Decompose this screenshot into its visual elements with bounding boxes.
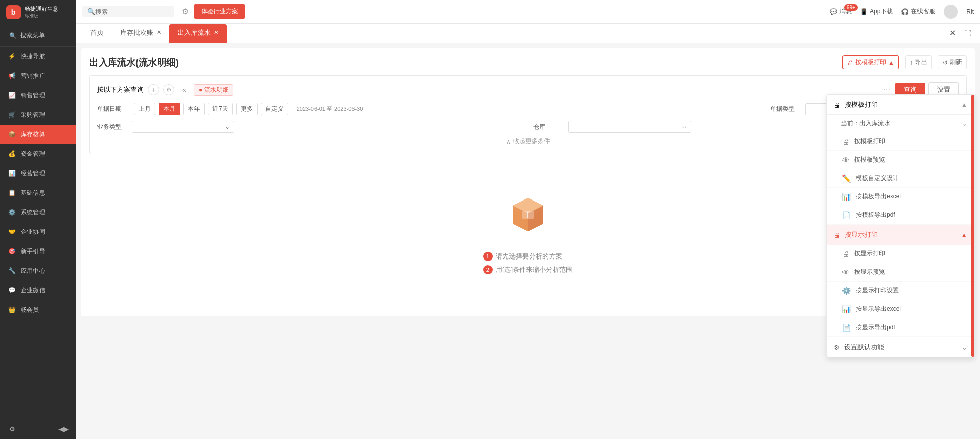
template-pdf-item-label: 按模板导出pdf (856, 211, 895, 220)
default-func-arrow-icon: ⌄ (962, 344, 967, 351)
sidebar-item-operation[interactable]: 📊 经营管理 (0, 164, 76, 183)
sidebar-item-purchase[interactable]: 🛒 采购管理 (0, 105, 76, 125)
template-print-section-header[interactable]: 🖨 按模板打印 ▲ (827, 95, 974, 115)
sidebar-item-basic[interactable]: 📋 基础信息 (0, 183, 76, 203)
date-btn-this-year[interactable]: 本年 (183, 103, 205, 115)
filter-setting-button[interactable]: ⚙ (163, 84, 174, 95)
date-btn-more[interactable]: 更多 (236, 103, 258, 115)
settings-btn[interactable]: ⚙ (7, 424, 17, 434)
default-func-title: ⚙ 设置默认功能 (834, 343, 884, 352)
message-button[interactable]: 💬 消息 99+ (830, 7, 852, 16)
main-content: 🔍 ⚙ 体验行业方案 💬 消息 99+ 📱 App下载 🎧 在线客服 Rit (76, 0, 980, 439)
basic-icon: 📋 (7, 188, 16, 197)
user-avatar[interactable] (944, 5, 958, 19)
sidebar-item-label: 基础信息 (21, 189, 45, 197)
tab-batch-account[interactable]: 库存批次账 ✕ (112, 24, 169, 43)
tab-flow-close[interactable]: ✕ (214, 29, 219, 36)
topbar-search-input[interactable] (95, 8, 157, 15)
page-area: 出入库流水(流水明细) 🖨 按模板打印 ▲ ↑ 导出 ↺ 刷新 (76, 43, 980, 439)
date-btn-last-month[interactable]: 上月 (134, 103, 155, 115)
window-expand-button[interactable]: ⛶ (962, 27, 974, 39)
window-close-button[interactable]: ✕ (946, 27, 958, 39)
industry-solution-button[interactable]: 体验行业方案 (194, 4, 245, 19)
filter-collapse-icon[interactable]: « (179, 84, 190, 95)
sidebar-item-member[interactable]: 👑 畅会员 (0, 300, 76, 320)
search-menu-label: 搜索菜单 (20, 31, 45, 40)
template-print-button[interactable]: 🖨 按模板打印 ▲ (842, 55, 899, 69)
sidebar-item-system[interactable]: ⚙️ 系统管理 (0, 203, 76, 222)
collapse-button[interactable]: ∧ 收起更多条件 (504, 135, 552, 148)
default-func-label: 设置默认功能 (844, 343, 884, 352)
default-func-icon: ⚙ (834, 344, 840, 351)
tab-batch-account-label: 库存批次账 (120, 28, 153, 37)
date-btn-custom[interactable]: 自定义 (261, 103, 288, 115)
dropdown-item-template-pdf[interactable]: 📄 按模板导出pdf (827, 206, 974, 225)
sidebar-item-quick-nav[interactable]: ⚡ 快捷导航 (0, 47, 76, 66)
print-icon: 🖨 (847, 59, 853, 66)
sidebar-item-guide[interactable]: 🎯 新手引导 (0, 242, 76, 261)
display-pdf-item-icon: 📄 (842, 324, 851, 332)
app-download-icon: 📱 (860, 8, 868, 15)
online-service-button[interactable]: 🎧 在线客服 (901, 7, 935, 16)
filter-tag-icon: ● (199, 86, 202, 93)
dropdown-item-template-preview[interactable]: 👁 按模板预览 (827, 151, 974, 169)
export-icon: ↑ (910, 59, 913, 66)
refresh-button[interactable]: ↺ 刷新 (938, 55, 967, 69)
app-center-icon: 🔧 (7, 266, 16, 275)
chevron-up-icon: ∧ (506, 138, 511, 145)
display-print-section-header[interactable]: 🖨 按显示打印 ▲ (827, 225, 974, 245)
current-template-item[interactable]: 当前：出入库流水 ⌄ (827, 115, 974, 132)
display-pdf-item-label: 按显示导出pdf (856, 323, 895, 332)
message-icon: 💬 (830, 8, 837, 15)
sidebar-search-section: 🔍 搜索菜单 (0, 25, 76, 47)
panel-resize-handle[interactable] (971, 95, 974, 357)
export-button[interactable]: ↑ 导出 (905, 55, 932, 69)
template-pdf-item-icon: 📄 (842, 211, 851, 220)
dropdown-item-template-design[interactable]: ✏️ 模板自定义设计 (827, 169, 974, 188)
dropdown-item-display-print[interactable]: 🖨 按显示打印 (827, 245, 974, 263)
sidebar-item-inventory[interactable]: 📦 库存核算 (0, 125, 76, 144)
search-menu-item[interactable]: 🔍 搜索菜单 (5, 29, 71, 42)
template-print-item-label: 按模板打印 (854, 137, 885, 146)
dropdown-item-display-excel[interactable]: 📊 按显示导出excel (827, 300, 974, 318)
tab-batch-account-close[interactable]: ✕ (156, 29, 161, 36)
date-filter-options: 上月 本月 本年 近7天 更多 自定义 (134, 103, 288, 115)
topbar-gear-icon[interactable]: ⚙ (182, 7, 189, 16)
dropdown-item-display-preview[interactable]: 👁 按显示预览 (827, 263, 974, 282)
sidebar-item-cooperation[interactable]: 🤝 企业协同 (0, 222, 76, 242)
export-label: 导出 (915, 58, 927, 67)
filter-add-button[interactable]: + (148, 84, 159, 95)
filter-tag-item[interactable]: ● 流水明细 (194, 84, 233, 96)
sidebar-item-marketing[interactable]: 📢 营销推广 (0, 66, 76, 86)
topbar-right-actions: 💬 消息 99+ 📱 App下载 🎧 在线客服 Rit (830, 5, 974, 19)
sidebar-item-label: 经营管理 (21, 169, 45, 178)
sidebar-item-label: 畅会员 (21, 306, 39, 314)
sidebar-collapse-btn[interactable]: ◀▶ (58, 424, 69, 434)
sidebar-item-finance[interactable]: 💰 资金管理 (0, 144, 76, 164)
dropdown-item-display-print-settings[interactable]: ⚙️ 按显示打印设置 (827, 282, 974, 300)
sidebar-item-label: 采购管理 (21, 111, 45, 119)
warehouse-filter-select[interactable]: ··· (568, 121, 691, 133)
template-print-section-label: 按模板打印 (845, 100, 878, 109)
sidebar-item-label: 资金管理 (21, 150, 45, 158)
step-2: 2 用[选]条件来缩小分析范围 (483, 265, 573, 274)
date-btn-this-month[interactable]: 本月 (159, 103, 180, 115)
member-icon: 👑 (7, 305, 16, 314)
biz-select-chevron-icon: ⌄ (225, 123, 230, 130)
sidebar-item-app-center[interactable]: 🔧 应用中心 (0, 261, 76, 281)
tab-home[interactable]: 首页 (82, 24, 112, 43)
dropdown-item-display-pdf[interactable]: 📄 按显示导出pdf (827, 318, 974, 337)
topbar-search-box[interactable]: 🔍 (82, 6, 174, 17)
dropdown-item-template-print[interactable]: 🖨 按模板打印 (827, 132, 974, 151)
sidebar-item-sales[interactable]: 📈 销售管理 (0, 86, 76, 105)
more-options-button[interactable]: ··· (884, 85, 890, 94)
sidebar-item-wechat[interactable]: 💬 企业微信 (0, 281, 76, 300)
tab-flow[interactable]: 出入库流水 ✕ (169, 24, 227, 43)
dropdown-default-func-item[interactable]: ⚙ 设置默认功能 ⌄ (827, 337, 974, 357)
tab-home-label: 首页 (90, 28, 104, 37)
refresh-label: 刷新 (950, 58, 962, 67)
biz-filter-select[interactable]: ⌄ (132, 121, 234, 133)
app-download-button[interactable]: 📱 App下载 (860, 7, 893, 16)
dropdown-item-template-excel[interactable]: 📊 按模板导出excel (827, 188, 974, 206)
date-btn-7days[interactable]: 近7天 (208, 103, 233, 115)
